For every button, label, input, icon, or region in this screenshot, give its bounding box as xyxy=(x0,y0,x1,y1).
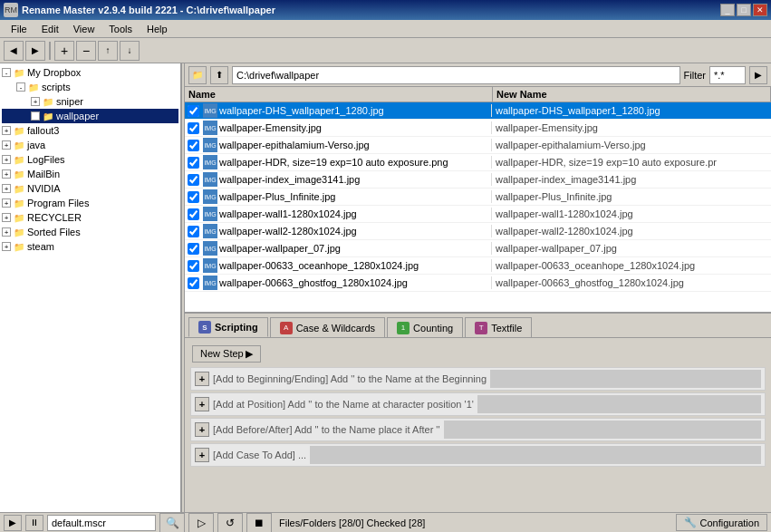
table-row[interactable]: IMG wallpaper-Plus_Infinite.jpg wallpape… xyxy=(185,189,771,206)
expand-icon[interactable]: + xyxy=(2,184,11,193)
script-name-input[interactable] xyxy=(47,515,156,531)
tree-item[interactable]: + 📁 NVIDIA xyxy=(2,181,178,196)
minimize-button[interactable]: _ xyxy=(720,4,735,16)
tab-textfile[interactable]: T Textfile xyxy=(465,317,532,337)
toolbar-down[interactable]: ↓ xyxy=(120,41,140,61)
filter-apply-btn[interactable]: ▶ xyxy=(749,66,767,84)
menu-edit[interactable]: Edit xyxy=(34,22,66,36)
status-play-btn[interactable]: ▶ xyxy=(4,515,22,531)
tree-item[interactable]: + 📁 wallpaper xyxy=(2,109,178,123)
menu-file[interactable]: File xyxy=(4,22,34,36)
step-link[interactable]: Name xyxy=(342,399,369,410)
tree-item[interactable]: + 📁 MailBin xyxy=(2,167,178,181)
tree-item[interactable]: + 📁 RECYCLER xyxy=(2,210,178,225)
table-row[interactable]: IMG wallpaper-wall1-1280x1024.jpg wallpa… xyxy=(185,206,771,223)
expand-icon[interactable]: + xyxy=(2,169,11,179)
table-row[interactable]: IMG wallpaper-Emensity.jpg wallpaper-Eme… xyxy=(185,120,771,137)
menu-view[interactable]: View xyxy=(66,22,102,36)
tab-counting[interactable]: 1 Counting xyxy=(387,317,463,337)
file-checkbox[interactable] xyxy=(188,157,199,169)
file-checkbox-cell[interactable] xyxy=(185,122,201,134)
tree-item[interactable]: + 📁 Sorted Files xyxy=(2,225,178,239)
menu-tools[interactable]: Tools xyxy=(101,22,140,36)
col-header-name[interactable]: Name xyxy=(185,87,493,102)
table-row[interactable]: IMG wallpaper-index_image3141.jpg wallpa… xyxy=(185,171,771,189)
table-row[interactable]: IMG wallpaper-epithalamium-Verso.jpg wal… xyxy=(185,137,771,154)
tree-item[interactable]: + 📁 fallout3 xyxy=(2,123,178,138)
maximize-button[interactable]: □ xyxy=(737,4,751,16)
table-row[interactable]: IMG wallpaper-DHS_wallpaper1_1280.jpg wa… xyxy=(185,102,771,120)
step-expand-btn[interactable]: + xyxy=(195,422,209,437)
expand-icon[interactable]: + xyxy=(31,97,40,106)
file-checkbox[interactable] xyxy=(188,191,199,203)
step-link[interactable]: Name xyxy=(349,424,375,435)
expand-icon[interactable]: - xyxy=(2,68,11,77)
tab-case-wildcards[interactable]: A Case & Wildcards xyxy=(270,317,385,337)
status-pause-btn[interactable]: ⏸ xyxy=(25,515,43,531)
col-header-newname[interactable]: New Name xyxy=(493,87,771,102)
toolbar-add[interactable]: + xyxy=(54,41,74,61)
tree-item[interactable]: + 📁 sniper xyxy=(2,94,178,109)
expand-icon[interactable]: + xyxy=(2,126,11,135)
status-refresh-btn[interactable]: ↺ xyxy=(217,513,243,533)
toolbar-back[interactable]: ◀ xyxy=(4,41,24,61)
table-row[interactable]: IMG wallpaper-HDR, size=19 exp=10 auto e… xyxy=(185,154,771,171)
table-row[interactable]: IMG wallpaper-wall2-1280x1024.jpg wallpa… xyxy=(185,223,771,240)
file-checkbox[interactable] xyxy=(188,226,199,237)
file-checkbox[interactable] xyxy=(188,243,199,255)
table-row[interactable]: IMG wallpaper-00663_ghostfog_1280x1024.j… xyxy=(185,275,771,292)
expand-icon[interactable]: + xyxy=(2,155,11,164)
addr-folder-btn[interactable]: 📁 xyxy=(188,66,207,84)
tree-item[interactable]: + 📁 java xyxy=(2,138,178,152)
file-checkbox-cell[interactable] xyxy=(185,243,201,255)
file-checkbox[interactable] xyxy=(188,208,199,220)
new-step-button[interactable]: New Step ▶ xyxy=(192,345,261,363)
table-row[interactable]: IMG wallpaper-wallpaper_07.jpg wallpaper… xyxy=(185,240,771,257)
file-checkbox[interactable] xyxy=(188,105,199,117)
file-checkbox[interactable] xyxy=(188,140,199,151)
status-stop-btn[interactable]: ⏹ xyxy=(246,513,272,533)
file-checkbox[interactable] xyxy=(188,260,199,272)
toolbar-up[interactable]: ↑ xyxy=(98,41,118,61)
file-checkbox-cell[interactable] xyxy=(185,105,201,117)
file-checkbox-cell[interactable] xyxy=(185,174,201,186)
expand-icon[interactable]: + xyxy=(2,140,11,150)
step-link[interactable]: Name xyxy=(385,373,411,384)
toolbar-remove[interactable]: − xyxy=(76,41,96,61)
file-checkbox-cell[interactable] xyxy=(185,277,201,289)
expand-icon[interactable]: + xyxy=(2,242,11,251)
status-play2-btn[interactable]: ▷ xyxy=(188,513,214,533)
expand-icon[interactable]: + xyxy=(31,111,40,121)
tree-item[interactable]: + 📁 Program Files xyxy=(2,196,178,210)
toolbar-fwd[interactable]: ▶ xyxy=(25,41,45,61)
close-button[interactable]: ✕ xyxy=(753,4,767,16)
addr-up-btn[interactable]: ⬆ xyxy=(210,66,228,84)
filter-input[interactable] xyxy=(709,66,746,84)
tree-item[interactable]: - 📁 scripts xyxy=(2,80,178,94)
step-expand-btn[interactable]: + xyxy=(195,397,209,411)
expand-icon[interactable]: + xyxy=(2,227,11,237)
table-row[interactable]: IMG wallpaper-00633_oceanhope_1280x1024.… xyxy=(185,257,771,275)
tree-item[interactable]: + 📁 steam xyxy=(2,239,178,254)
configuration-button[interactable]: 🔧 Configuration xyxy=(676,514,767,531)
expand-icon[interactable]: + xyxy=(2,198,11,208)
tree-item[interactable]: - 📁 My Dropbox xyxy=(2,65,178,80)
status-search-btn[interactable]: 🔍 xyxy=(159,513,185,533)
step-link2[interactable]: Beginning xyxy=(442,373,487,384)
step-expand-btn[interactable]: + xyxy=(195,372,209,386)
tab-scripting[interactable]: S Scripting xyxy=(188,317,268,337)
file-checkbox-cell[interactable] xyxy=(185,260,201,272)
step-link2[interactable]: After xyxy=(412,424,433,435)
file-checkbox-cell[interactable] xyxy=(185,208,201,220)
menu-help[interactable]: Help xyxy=(140,22,175,36)
tree-item[interactable]: + 📁 LogFiles xyxy=(2,152,178,167)
file-checkbox[interactable] xyxy=(188,174,199,186)
step-expand-btn[interactable]: + xyxy=(195,448,209,462)
file-checkbox-cell[interactable] xyxy=(185,140,201,151)
file-checkbox[interactable] xyxy=(188,277,199,289)
file-checkbox-cell[interactable] xyxy=(185,157,201,169)
file-checkbox-cell[interactable] xyxy=(185,191,201,203)
file-checkbox-cell[interactable] xyxy=(185,226,201,237)
address-input[interactable] xyxy=(232,66,680,84)
expand-icon[interactable]: + xyxy=(2,213,11,222)
